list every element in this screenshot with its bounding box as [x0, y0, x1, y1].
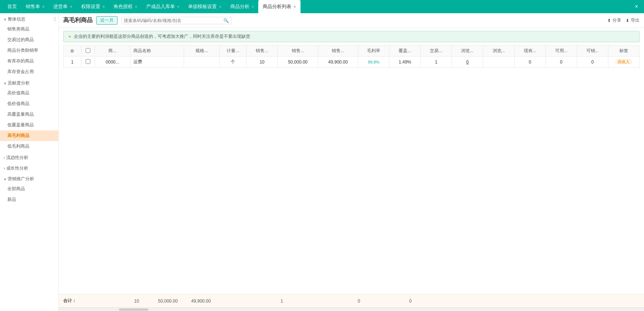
window-close-button[interactable]: ×: [632, 3, 641, 10]
col-header-browse2: 浏览...: [483, 46, 514, 57]
cell-browse1[interactable]: 0: [452, 57, 483, 68]
cell-check[interactable]: [81, 57, 94, 68]
tab-permission[interactable]: 权限设置 ×: [77, 0, 109, 13]
tab-home[interactable]: 首页: [3, 0, 21, 13]
sidebar-section-trend[interactable]: › 流趋性分析: [0, 152, 58, 162]
sidebar-item-low-coverage[interactable]: 低覆盖量商品: [0, 120, 58, 130]
cell-stock-cur: 0: [514, 57, 546, 68]
sidebar-item-new-goods[interactable]: 新品: [0, 194, 58, 205]
close-tab-product-in[interactable]: ×: [177, 4, 179, 9]
sidebar-section-contribution[interactable]: ∨ 贡献度分析: [0, 77, 58, 88]
page-title: 高毛利商品: [63, 17, 93, 24]
cell-name: 运费: [130, 57, 184, 68]
col-header-sellable: 可销...: [577, 46, 608, 57]
col-header-name: 商品名称: [130, 46, 184, 57]
close-tab-role[interactable]: ×: [135, 4, 137, 9]
footer-label: 合计：: [63, 298, 122, 304]
search-box: 🔍: [121, 17, 231, 24]
export-icon: ⬇: [626, 18, 629, 23]
footer-sales-amt: 50,000.00: [151, 299, 184, 304]
sidebar-section-overall[interactable]: ∨ 整体信息: [0, 13, 58, 24]
content-area: 高毛利商品 近一月 🔍 ⬆ 分享 ⬇ 导出 ✦ 企业的主要的利润都是这部分商品创…: [59, 13, 644, 311]
share-icon: ⬆: [607, 18, 611, 23]
sidebar-item-all-goods[interactable]: 全部商品: [0, 184, 58, 194]
sidebar: 《 ∨ 整体信息 销售类商品 交易过的商品 商品分类助销率 有库存的商品 库存资…: [0, 13, 59, 311]
footer-sellable: 0: [397, 299, 423, 304]
footer-trade: 1: [269, 299, 295, 304]
tab-product-in[interactable]: 产成品入库单 ×: [142, 0, 184, 13]
col-header-check[interactable]: [81, 46, 94, 57]
table-header-row: ⚙ 商... 商品名称 规格... 计量... 销售... 销售... 销售..…: [64, 46, 640, 57]
arrow-trend: ›: [4, 156, 5, 160]
close-tab-analysis[interactable]: ×: [252, 4, 254, 9]
filter-month-button[interactable]: 近一月: [96, 16, 118, 25]
col-header-trade: 交易...: [421, 46, 452, 57]
cell-code: 0000...: [95, 57, 130, 68]
sidebar-item-category-rate[interactable]: 商品分类助销率: [0, 45, 58, 56]
cell-sales-qty: 10: [247, 57, 278, 68]
cell-tag: 高收入: [608, 57, 639, 68]
cell-trade: 1: [421, 57, 452, 68]
col-header-browse1: 浏览...: [452, 46, 483, 57]
row-checkbox[interactable]: [86, 59, 90, 64]
sidebar-item-low-value[interactable]: 低价值商品: [0, 98, 58, 109]
sidebar-collapse-button[interactable]: 《: [51, 16, 56, 23]
cell-margin-rate: 99.8%: [358, 57, 389, 68]
col-header-sales-qty: 销售...: [247, 46, 278, 57]
close-tab-sales[interactable]: ×: [42, 4, 44, 9]
sidebar-item-high-margin[interactable]: 高毛利商品: [0, 130, 58, 141]
arrow-contribution: ∨: [4, 81, 6, 85]
footer-stock-cur: 0: [346, 299, 372, 304]
arrow-marketing: ∨: [4, 177, 6, 181]
sidebar-item-traded-goods[interactable]: 交易过的商品: [0, 35, 58, 45]
col-header-sales-cost: 销售...: [318, 46, 358, 57]
footer-total-bar: 合计： 10 50,000.00 49,900.00 1 0 0: [59, 294, 644, 307]
table-row: 1 0000... 运费 个 10 50,000.00 49,900.00 99…: [64, 57, 640, 68]
tab-sales[interactable]: 销售单 ×: [21, 0, 49, 13]
search-input[interactable]: [124, 18, 223, 23]
cell-browse2: [483, 57, 514, 68]
tab-role[interactable]: 角色授权 ×: [109, 0, 141, 13]
sidebar-item-sales-goods[interactable]: 销售类商品: [0, 24, 58, 35]
table-container: ⚙ 商... 商品名称 规格... 计量... 销售... 销售... 销售..…: [59, 45, 644, 294]
close-tab-template[interactable]: ×: [219, 4, 221, 9]
cell-sales-cost: 49,900.00: [318, 57, 358, 68]
scrollbar-thumb[interactable]: [119, 308, 148, 311]
cell-stock-avail: 0: [546, 57, 577, 68]
cell-unit: 个: [220, 57, 247, 68]
select-all-checkbox[interactable]: [86, 48, 90, 53]
col-header-code: 商...: [95, 46, 130, 57]
footer-sales-cost: 49,900.00: [184, 299, 217, 304]
sidebar-section-marketing[interactable]: ∨ 营销推广分析: [0, 173, 58, 184]
close-tab-permission[interactable]: ×: [102, 4, 105, 9]
col-header-settings[interactable]: ⚙: [64, 46, 82, 57]
sidebar-item-stocked-goods[interactable]: 有库存的商品: [0, 56, 58, 66]
content-header: 高毛利商品 近一月 🔍 ⬆ 分享 ⬇ 导出: [59, 13, 644, 28]
sidebar-item-stock-capital[interactable]: 库存资金占用: [0, 66, 58, 77]
tab-analysis-list[interactable]: 商品分析列表 ×: [258, 0, 300, 13]
col-header-stock-cur: 现有...: [514, 46, 546, 57]
tab-template[interactable]: 单据模板设置 ×: [184, 0, 226, 13]
cell-sellable: 0: [577, 57, 608, 68]
col-header-tag: 标签: [608, 46, 639, 57]
col-header-cover: 覆盖...: [389, 46, 421, 57]
sidebar-item-high-value[interactable]: 高价值商品: [0, 88, 58, 98]
tab-purchase[interactable]: 进货单 ×: [49, 0, 76, 13]
close-tab-analysis-list[interactable]: ×: [294, 4, 296, 9]
share-button[interactable]: ⬆ 分享: [607, 17, 621, 23]
sidebar-item-low-margin[interactable]: 低毛利商品: [0, 141, 58, 152]
col-header-margin: 毛利率: [358, 46, 389, 57]
cell-spec: [184, 57, 220, 68]
close-tab-purchase[interactable]: ×: [70, 4, 72, 9]
sidebar-section-growth[interactable]: › 成长性分析: [0, 162, 58, 173]
horizontal-scrollbar[interactable]: [59, 307, 644, 311]
cell-sales-amt: 50,000.00: [278, 57, 318, 68]
info-icon: ✦: [68, 34, 72, 39]
export-button[interactable]: ⬇ 导出: [626, 17, 640, 23]
footer-sales-qty: 10: [122, 299, 151, 304]
cell-num: 1: [64, 57, 82, 68]
sidebar-item-high-coverage[interactable]: 高覆盖量商品: [0, 109, 58, 120]
search-icon[interactable]: 🔍: [223, 18, 229, 23]
tab-analysis[interactable]: 商品分析 ×: [226, 0, 258, 13]
arrow-growth: ›: [4, 166, 5, 170]
